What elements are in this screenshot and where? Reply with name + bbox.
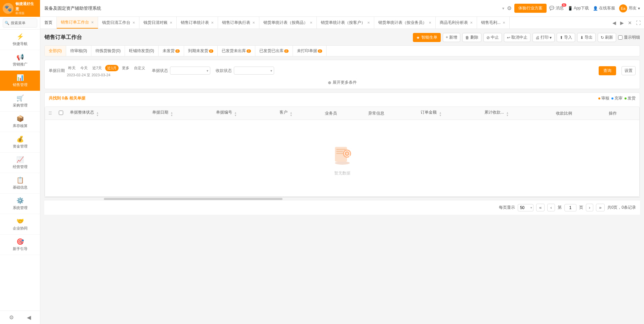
th-check[interactable]	[55, 107, 67, 120]
subtab-shipped-out[interactable]: 已发货已出库0	[255, 46, 293, 56]
per-page-select[interactable]: 10 20 50 100	[518, 204, 533, 211]
sidebar-item-inventory[interactable]: 📦 库存核算	[0, 112, 40, 132]
export-btn[interactable]: ⬇ 导出	[577, 33, 596, 42]
tab-cash-daily[interactable]: 钱货日清工作台 ✕	[98, 17, 139, 29]
sidebar-item-label: 库存核算	[13, 123, 28, 128]
subtab-all[interactable]: 全部(0)	[45, 46, 66, 56]
tab-close-all-btn[interactable]: ✕	[627, 19, 633, 26]
search-menu-btn[interactable]: 🔍 搜索菜单	[3, 18, 37, 28]
sidebar-item-guide[interactable]: 🎯 新手引导	[0, 235, 40, 255]
page-prev-btn[interactable]: ‹	[547, 204, 555, 211]
show-detail-checkbox[interactable]: 显示明细	[618, 35, 640, 40]
tab-close-icon[interactable]: ✕	[367, 21, 370, 25]
online-service-btn[interactable]: 👤 在线客服	[593, 5, 615, 11]
query-btn[interactable]: 查询	[599, 66, 616, 75]
page-first-btn[interactable]: «	[536, 204, 545, 211]
message-btn[interactable]: 💬 6 消息	[549, 5, 563, 11]
industry-btn[interactable]: 体验行业方案	[514, 4, 547, 13]
ship-action-btn[interactable]: 发货	[625, 95, 636, 101]
page-input[interactable]	[564, 204, 576, 211]
sidebar-item-enterprise[interactable]: 🤝 企业协同	[0, 214, 40, 235]
tab-sales-workbench[interactable]: 销售订单工作台 ✕	[57, 17, 98, 29]
tab-home[interactable]: 首页	[40, 17, 57, 29]
tab-sales-by-staff[interactable]: 销货单统计表（按业务员） ✕	[374, 17, 436, 29]
expand-filter-btn[interactable]: ⊕ 展开更多条件	[49, 80, 636, 85]
tab-maximize-btn[interactable]: ⛶	[635, 19, 642, 26]
select-all-checkbox[interactable]	[59, 111, 63, 115]
subtab-overdue-unshipped[interactable]: 到期未发货0	[184, 46, 218, 56]
cancel-review-action-btn[interactable]: 充审	[611, 95, 622, 101]
tab-close-icon[interactable]: ✕	[211, 21, 214, 25]
stop-btn[interactable]: ⊘ 中止	[483, 33, 502, 42]
page-last-btn[interactable]: »	[596, 204, 604, 211]
table-info: 共找到 0条 相关单据 审核 充审 发货	[45, 93, 640, 104]
tab-sales-by-customer[interactable]: 销货单统计表（按客户） ✕	[317, 17, 374, 29]
sort-arrows-icon: ▲▼	[170, 112, 173, 117]
sidebar-item-quick-nav[interactable]: ⚡ 快捷导航	[0, 30, 40, 50]
tab-gross-profit[interactable]: 商品毛利分析表 ✕	[436, 17, 477, 29]
collapse-icon[interactable]: ◀	[27, 314, 31, 321]
date-1month-btn[interactable]: 近1月	[105, 65, 119, 71]
tab-cash-reconcile[interactable]: 钱货日清对账 ✕	[139, 17, 177, 29]
tab-close-icon[interactable]: ✕	[170, 21, 172, 25]
tab-close-icon[interactable]: ✕	[310, 21, 312, 25]
refresh-btn[interactable]: ↻ 刷新	[598, 33, 616, 42]
date-more-btn[interactable]: 更多	[121, 65, 131, 71]
settings-icon[interactable]: ⚙	[9, 314, 14, 321]
sidebar-item-finance[interactable]: 💰 资金管理	[0, 132, 40, 153]
add-btn[interactable]: + 新增	[443, 33, 460, 42]
date-7days-btn[interactable]: 近7天	[91, 65, 103, 71]
horizontal-scrollbar[interactable]	[44, 197, 640, 200]
tab-sales-stat[interactable]: 销售订单统计表 ✕	[177, 17, 218, 29]
show-detail-input[interactable]	[618, 35, 622, 40]
tab-close-icon[interactable]: ✕	[429, 21, 431, 25]
tab-sales-revenue[interactable]: 销售毛利... ✕	[477, 17, 510, 29]
delete-btn[interactable]: 🗑 删除	[462, 33, 481, 42]
tab-next-btn[interactable]: ▶	[619, 19, 625, 26]
payment-select-wrap	[234, 67, 274, 75]
sidebar-item-operations[interactable]: 📈 经营管理	[0, 153, 40, 173]
sidebar-item-system[interactable]: ⚙️ 系统管理	[0, 194, 40, 214]
th-customer[interactable]: 客户 ▲▼	[276, 107, 321, 120]
th-number[interactable]: 单据编号 ▲▼	[213, 107, 276, 120]
settings-gear-icon[interactable]: ⚙	[507, 5, 512, 11]
dropdown-arrow-icon[interactable]: ▾	[502, 6, 504, 11]
tab-close-icon[interactable]: ✕	[91, 21, 94, 24]
subtab-wangpu[interactable]: 旺铺待发货(0)	[125, 46, 159, 56]
settings-filter-btn[interactable]: 设置	[621, 66, 636, 75]
payment-select[interactable]	[234, 67, 274, 75]
date-today-btn[interactable]: 今天	[79, 65, 89, 71]
review-action-btn[interactable]: 审核	[598, 95, 609, 101]
sidebar-item-sales[interactable]: 📊 销售管理	[0, 71, 40, 91]
tab-sales-exec[interactable]: 销售订单执行表 ✕	[218, 17, 259, 29]
subtab-unshipped[interactable]: 未发货0	[159, 46, 184, 56]
tab-sales-by-product[interactable]: 销货单统计表（按商品） ✕	[259, 17, 317, 29]
th-collected[interactable]: 累计收款... ▲▼	[481, 107, 553, 120]
app-download-btn[interactable]: 📱 App下载	[568, 5, 589, 11]
th-date[interactable]: 单据日期 ▲▼	[149, 107, 213, 120]
page-next-btn[interactable]: ›	[586, 204, 593, 211]
subtab-unprinted[interactable]: 未打印单据0	[293, 46, 327, 56]
cancel-stop-btn[interactable]: ↩ 取消中止	[504, 33, 530, 42]
subtab-pending-inspect[interactable]: 待拣货验货(0)	[91, 46, 125, 56]
date-custom-btn[interactable]: 自定义	[133, 65, 146, 71]
tab-prev-btn[interactable]: ◀	[611, 19, 617, 26]
sidebar-item-marketing[interactable]: 📢 营销推广	[0, 50, 40, 71]
subtab-pending-review[interactable]: 待审核(0)	[66, 46, 92, 56]
content-area: 销售订单工作台 ★ 智能生单 + 新增 🗑 删除 ⊘ 中止 ↩	[40, 29, 644, 324]
tab-close-icon[interactable]: ✕	[132, 21, 135, 25]
tab-close-icon[interactable]: ✕	[252, 21, 255, 25]
tab-close-icon[interactable]: ✕	[470, 21, 473, 25]
print-btn[interactable]: 🖨 打印 ▾	[532, 33, 555, 42]
tab-close-icon[interactable]: ✕	[503, 21, 505, 25]
th-amount[interactable]: 订单金额 ▲▼	[417, 107, 481, 120]
sidebar-item-basic-info[interactable]: 📋 基础信息	[0, 173, 40, 194]
date-yesterday-btn[interactable]: 昨天	[67, 65, 77, 71]
import-btn[interactable]: ⬆ 导入	[557, 33, 575, 42]
status-select[interactable]	[170, 67, 210, 75]
smart-btn[interactable]: ★ 智能生单	[413, 33, 441, 42]
subtab-shipped-not-out[interactable]: 已发货未出库0	[218, 46, 255, 56]
th-status[interactable]: 单据整体状态 ▲▼	[67, 107, 149, 120]
sidebar-item-purchase[interactable]: 🛒 采购管理	[0, 91, 40, 112]
user-menu[interactable]: Ea 用友 ▾	[619, 4, 640, 12]
